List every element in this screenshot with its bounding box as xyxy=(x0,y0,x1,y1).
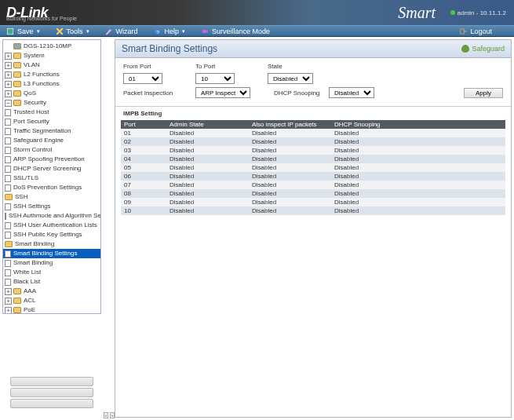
content-title-bar: Smart Binding Settings Safeguard xyxy=(115,40,511,58)
shield-icon xyxy=(461,45,469,53)
from-port-select[interactable]: 01 xyxy=(123,73,162,84)
status-dot-icon xyxy=(450,10,455,15)
table-row[interactable]: 04DisabledDisabledDisabled xyxy=(121,155,505,163)
tree-acl[interactable]: +ACL xyxy=(3,296,100,305)
from-port-label: From Port xyxy=(123,63,188,70)
tree-ssh-authmode[interactable]: SSH Authmode and Algorithm Settings xyxy=(3,211,100,221)
help-menu[interactable]: ? Help▾ xyxy=(154,27,186,35)
tree-security[interactable]: −Security xyxy=(3,98,100,108)
tree-traffic-seg[interactable]: Traffic Segmentation xyxy=(3,126,100,136)
brand-tagline: Building Networks for People xyxy=(6,16,77,21)
table-row[interactable]: 08DisabledDisabledDisabled xyxy=(121,189,505,198)
save-icon xyxy=(6,27,14,35)
tree-sb-white[interactable]: White List xyxy=(3,268,100,277)
tree-storm[interactable]: Storm Control xyxy=(3,145,100,155)
svg-text:?: ? xyxy=(156,28,159,34)
logout-button[interactable]: Logout xyxy=(459,27,492,35)
tree-arp[interactable]: ARP Spoofing Prevention xyxy=(3,155,100,164)
tree-safeguard[interactable]: Safeguard Engine xyxy=(3,136,100,145)
smart-logo: Smart xyxy=(398,4,436,22)
help-icon: ? xyxy=(154,27,162,35)
tree-trusted-host[interactable]: Trusted Host xyxy=(3,108,100,117)
tree-ssh-userauth[interactable]: SSH User Authentication Lists xyxy=(3,221,100,230)
tools-icon xyxy=(56,27,64,35)
nav-sidebar: DGS-1210-10MP +System +VLAN +L2 Function… xyxy=(0,37,104,420)
settings-form: From Port To Port State 01 10 Disabled P… xyxy=(115,58,511,107)
state-label: State xyxy=(268,63,332,70)
col-admin: Admin State xyxy=(166,120,249,129)
tree-ssh-settings[interactable]: SSH Settings xyxy=(3,202,100,211)
apply-button[interactable]: Apply xyxy=(464,88,503,98)
page-title: Smart Binding Settings xyxy=(122,43,217,54)
svg-rect-3 xyxy=(202,30,206,33)
tree-l3[interactable]: +L3 Functions xyxy=(3,79,100,89)
logout-icon xyxy=(459,27,467,35)
tree-system[interactable]: +System xyxy=(3,51,100,60)
col-port: Port xyxy=(121,120,166,129)
nav-tree: DGS-1210-10MP +System +VLAN +L2 Function… xyxy=(3,42,100,314)
svg-rect-0 xyxy=(7,28,13,35)
tree-poe[interactable]: +PoE xyxy=(3,305,100,314)
table-row[interactable]: 07DisabledDisabledDisabled xyxy=(121,181,505,189)
tree-dos[interactable]: DoS Prevention Settings xyxy=(3,183,100,192)
tree-qos[interactable]: +QoS xyxy=(3,89,100,98)
safeguard-badge: Safeguard xyxy=(461,45,505,53)
dhcp-snooping-select[interactable]: Disabled xyxy=(329,87,374,98)
section-title: IMPB Setting xyxy=(115,107,511,120)
svg-rect-4 xyxy=(461,28,464,33)
tree-ssltls[interactable]: SSL/TLS xyxy=(3,173,100,183)
to-port-select[interactable]: 10 xyxy=(195,73,235,84)
tree-dhcp[interactable]: DHCP Server Screening xyxy=(3,164,100,173)
tree-aaa[interactable]: +AAA xyxy=(3,287,100,296)
table-row[interactable]: 06DisabledDisabledDisabled xyxy=(121,172,505,181)
save-menu[interactable]: Save▾ xyxy=(6,27,40,35)
camera-icon xyxy=(201,27,209,35)
content-panel: Smart Binding Settings Safeguard From Po… xyxy=(115,39,512,418)
device-image xyxy=(2,369,101,416)
impb-table: Port Admin State Also inspect IP packets… xyxy=(121,120,505,215)
table-row[interactable]: 01DisabledDisabledDisabled xyxy=(121,129,505,137)
tree-vlan[interactable]: +VLAN xyxy=(3,60,100,70)
dhcp-snooping-label: DHCP Snooping xyxy=(274,89,321,97)
tree-ssh-pubkey[interactable]: SSH Public Key Settings xyxy=(3,230,100,239)
to-port-label: To Port xyxy=(195,63,260,70)
wizard-icon xyxy=(105,27,113,35)
col-dhcp: DHCP Snooping xyxy=(331,120,505,129)
state-select[interactable]: Disabled xyxy=(268,73,313,84)
table-row[interactable]: 02DisabledDisabledDisabled xyxy=(121,137,505,146)
app-header: D-Link Building Networks for People Smar… xyxy=(0,0,514,25)
main-toolbar: Save▾ Tools▾ Wizard ? Help▾ Surveillance… xyxy=(0,25,514,37)
col-inspect: Also inspect IP packets xyxy=(249,120,331,129)
packet-inspection-label: Packet Inspection xyxy=(123,89,188,97)
surveillance-button[interactable]: Surveillance Mode xyxy=(201,27,270,35)
admin-label: admin - 10.11.1.2 xyxy=(450,9,506,16)
table-row[interactable]: 03DisabledDisabledDisabled xyxy=(121,146,505,155)
tree-smart-binding[interactable]: −Smart Binding xyxy=(3,239,100,249)
tree-sb-binding[interactable]: Smart Binding xyxy=(3,258,100,268)
collapse-left-button[interactable]: ‹ xyxy=(104,412,108,418)
tree-sb-settings[interactable]: Smart Binding Settings xyxy=(3,249,100,258)
table-row[interactable]: 05DisabledDisabledDisabled xyxy=(121,163,505,172)
packet-inspection-select[interactable]: ARP Inspection xyxy=(195,87,250,98)
tree-port-security[interactable]: Port Security xyxy=(3,117,100,126)
tree-device[interactable]: DGS-1210-10MP xyxy=(3,42,100,51)
tree-ssh[interactable]: −SSH xyxy=(3,192,100,202)
tools-menu[interactable]: Tools▾ xyxy=(56,27,89,35)
tree-sb-black[interactable]: Black List xyxy=(3,277,100,287)
tree-l2[interactable]: +L2 Functions xyxy=(3,70,100,79)
wizard-button[interactable]: Wizard xyxy=(105,27,138,35)
table-row[interactable]: 10DisabledDisabledDisabled xyxy=(121,206,505,215)
splitter: ‹ › xyxy=(104,37,115,420)
table-row[interactable]: 09DisabledDisabledDisabled xyxy=(121,198,505,206)
